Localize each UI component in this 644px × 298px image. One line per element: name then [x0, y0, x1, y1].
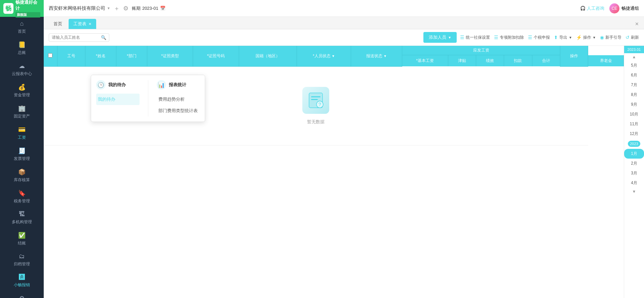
dropdown-item-todo[interactable]: 我的待办	[96, 94, 140, 105]
tab-close-icon[interactable]: ✕	[88, 22, 91, 26]
xiaochang-icon: 🅰	[19, 274, 25, 281]
date-month-2023-01[interactable]: 1月	[624, 149, 644, 159]
add-people-button[interactable]: 添加人员 ▼	[423, 32, 457, 43]
basic-icon: ⚙	[19, 295, 25, 298]
sidebar-label-invoice: 发票管理	[14, 156, 30, 162]
sidebar-item-invoice[interactable]: 🧾 发票管理	[0, 144, 44, 165]
unified-insurance-button[interactable]: ☰ 统一社保设置	[460, 35, 490, 40]
search-input[interactable]	[52, 35, 99, 40]
company-dropdown-arrow[interactable]: ▼	[107, 6, 110, 10]
sidebar-item-funds[interactable]: 💰 资金管理	[0, 80, 44, 101]
date-month-2022-05[interactable]: 5月	[624, 61, 644, 70]
sidebar-item-basic[interactable]: ⚙ 基础设置	[0, 291, 44, 298]
sidebar-label-inventory: 库存核算	[14, 177, 30, 183]
sidebar-label-tax: 税务管理	[14, 198, 30, 204]
operation-button[interactable]: ⚡ 操作 ▼	[576, 35, 596, 40]
special-deduction-button[interactable]: ☰ 专项附加扣除	[494, 35, 524, 40]
cloud-icon: ☁	[19, 62, 25, 70]
home-icon: ⌂	[20, 20, 24, 27]
dropdown-item-cost-trend[interactable]: 费用趋势分析	[157, 94, 200, 105]
date-nav-down[interactable]: ▼	[624, 188, 644, 195]
service-button[interactable]: 🎧 人工咨询	[580, 5, 604, 11]
date-month-2022-07[interactable]: 7月	[624, 80, 644, 90]
th-checkbox[interactable]	[44, 46, 57, 66]
topbar-right: 🎧 人工咨询 CE 畅捷通组	[580, 3, 639, 13]
new-guide-label: 新手引导	[605, 35, 621, 40]
date-month-2023-03[interactable]: 3月	[624, 168, 644, 178]
dropdown-divider	[148, 80, 148, 117]
date-month-2022-10[interactable]: 10月	[624, 109, 644, 119]
date-month-2023-04[interactable]: 4月	[624, 178, 644, 188]
date-month-2023-02[interactable]: 2月	[624, 159, 644, 168]
content-area: 🔍 添加人员 ▼ ☰ 统一社保设置 ☰ 专项附加扣除 ☰ 个税申报	[44, 29, 644, 298]
sidebar-item-closing[interactable]: ✅ 结账	[0, 228, 44, 250]
sidebar-item-cloud-report[interactable]: ☁ 云报表中心	[0, 59, 44, 80]
operation-label: 操作	[583, 35, 591, 40]
new-guide-button[interactable]: ◉ 新手引导	[600, 35, 621, 40]
date-nav-up[interactable]: ▲	[624, 53, 644, 61]
sidebar-item-tax[interactable]: 🔖 税务管理	[0, 186, 44, 207]
sidebar: 畅 畅捷通好会计 旗舰版 ⌂ 首页 📒 总账 ☁ 云报表中心 💰 资金管理 🏢 …	[0, 0, 44, 298]
export-button[interactable]: ⬆ 导出 ▼	[554, 35, 572, 40]
sidebar-label-salary: 工资	[18, 135, 26, 140]
th-report-status: 报送状态 ▼	[351, 46, 402, 66]
date-month-2022-12[interactable]: 12月	[624, 129, 644, 139]
th-name: *姓名	[85, 46, 116, 66]
report-filter-icon[interactable]: ▼	[383, 54, 387, 58]
sidebar-item-home[interactable]: ⌂ 首页	[0, 17, 44, 38]
date-panel-header: 2023.01	[624, 46, 644, 53]
sidebar-item-ledger[interactable]: 📒 总账	[0, 38, 44, 59]
empty-state-text: 暂无数据	[307, 119, 325, 125]
action-bar: 🔍 添加人员 ▼ ☰ 统一社保设置 ☰ 专项附加扣除 ☰ 个税申报	[44, 29, 644, 46]
th-status: *人员状态 ▼	[297, 46, 351, 66]
sidebar-label-multi-org: 多机构管理	[12, 219, 32, 225]
salary-icon: 💳	[18, 126, 26, 133]
calendar-icon[interactable]: 📅	[160, 6, 165, 11]
dropdown-section-2-header: 📊 报表统计	[157, 80, 200, 90]
sidebar-item-salary[interactable]: 💳 工资	[0, 123, 44, 144]
select-all-checkbox[interactable]	[48, 53, 52, 58]
individual-tax-button[interactable]: ☰ 个税申报	[528, 35, 550, 40]
add-button[interactable]: ＋	[114, 4, 120, 12]
insurance-icon: ☰	[460, 35, 464, 40]
th-allowance: 津贴	[448, 55, 476, 67]
empty-state-icon: ?	[302, 87, 329, 114]
svg-text:?: ?	[318, 102, 321, 107]
th-performance: 绩效	[476, 55, 504, 67]
add-people-label: 添加人员	[429, 34, 446, 40]
sidebar-item-inventory[interactable]: 📦 库存核算	[0, 165, 44, 186]
section2-icon: 📊	[157, 80, 166, 90]
tab-home[interactable]: 首页	[49, 19, 67, 29]
sidebar-label-ledger: 总账	[18, 50, 26, 56]
th-employee-id: 工号	[57, 46, 85, 66]
th-id-number: *证照号码	[193, 46, 239, 66]
tab-salary-table[interactable]: 工资表 ✕	[69, 19, 96, 29]
export-icon: ⬆	[554, 35, 558, 40]
th-nationality: 国籍（地区）	[239, 46, 297, 66]
sidebar-item-archive[interactable]: 🗂 归档管理	[0, 250, 44, 270]
date-month-2022-08[interactable]: 8月	[624, 90, 644, 100]
refresh-button[interactable]: ↺ 刷新	[626, 35, 639, 40]
sidebar-item-xiaochang[interactable]: 🅰 小畅报销	[0, 270, 44, 291]
user-info[interactable]: CE 畅捷通组	[609, 3, 639, 13]
deduction-icon: ☰	[494, 35, 498, 40]
dropdown-item-dept-cost[interactable]: 部门费用类型统计表	[157, 105, 200, 117]
year-2023-label: 2023	[628, 141, 640, 147]
new-guide-icon: ◉	[600, 35, 604, 40]
search-icon: 🔍	[101, 35, 106, 40]
close-all-button[interactable]: ✕	[635, 21, 639, 27]
sidebar-label-funds: 资金管理	[14, 92, 30, 98]
settings-button[interactable]: ⚙	[123, 5, 128, 12]
period-display: 账期 2023-01 📅	[132, 5, 165, 11]
section1-icon: 🕒	[96, 80, 106, 90]
th-pension: 养老金	[588, 55, 624, 67]
status-filter-icon[interactable]: ▼	[332, 54, 335, 58]
th-operation: 操作	[560, 46, 588, 66]
date-month-2022-06[interactable]: 6月	[624, 70, 644, 80]
date-month-2022-11[interactable]: 11月	[624, 119, 644, 129]
th-total: 合计	[532, 55, 560, 67]
date-month-2022-09[interactable]: 9月	[624, 100, 644, 109]
sidebar-item-multi-org[interactable]: 🏗 多机构管理	[0, 207, 44, 228]
period-value: 2023-01	[142, 6, 158, 11]
sidebar-item-fixed-assets[interactable]: 🏢 固定资产	[0, 101, 44, 123]
